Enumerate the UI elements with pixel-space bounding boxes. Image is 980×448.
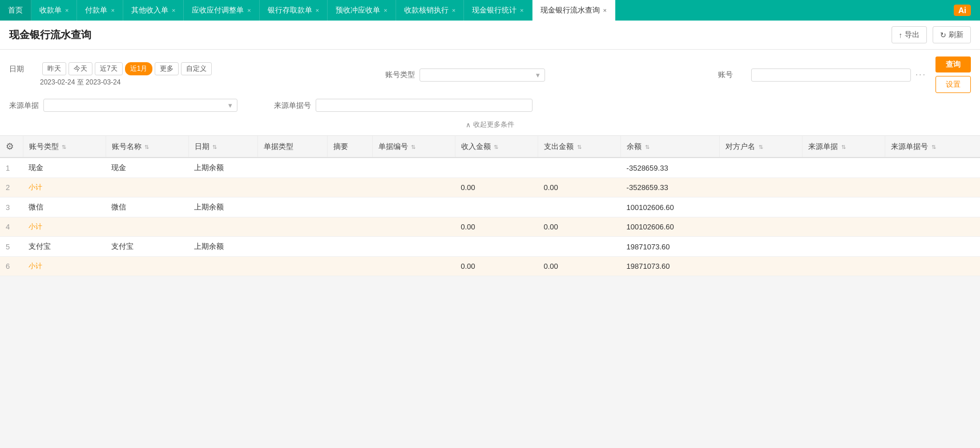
table-cell [106, 217, 188, 237]
table-cell: 3 [0, 197, 23, 217]
refresh-button[interactable]: ↻ 刷新 [933, 26, 971, 43]
col-account-name-label: 账号名称 [112, 142, 142, 151]
nav-close-yinhangcunqu[interactable]: × [316, 7, 319, 14]
table-cell: 4 [0, 217, 23, 237]
nav-close-yushouchong[interactable]: × [384, 7, 387, 14]
col-source-doc-label: 来源单据 [808, 142, 838, 151]
account-type-select[interactable]: ▾ [420, 68, 545, 82]
filter-area: 日期 昨天 今天 近7天 近1月 更多 自定义 2023-02-24 至 202… [0, 50, 980, 136]
account-input[interactable] [751, 68, 911, 82]
table-cell [885, 178, 980, 197]
table-cell: -3528659.33 [621, 178, 720, 197]
col-source-doc[interactable]: 来源单据 ⇅ [802, 136, 885, 158]
table-row[interactable]: 4小计0.000.00100102606.60 [0, 217, 980, 237]
table-body: 1现金现金上期余额-3528659.332小计0.000.00-3528659.… [0, 158, 980, 276]
col-expense[interactable]: 支出金额 ⇅ [538, 136, 620, 158]
col-balance-sort-icon: ⇅ [645, 144, 650, 150]
date-btn-custom[interactable]: 自定义 [181, 62, 212, 75]
nav-close-liushui[interactable]: × [603, 7, 607, 14]
table-cell [719, 178, 802, 197]
nav-item-yingshouyingfu[interactable]: 应收应付调整单 × [184, 0, 259, 21]
nav-item-xianjintongji[interactable]: 现金银行统计 × [464, 0, 532, 21]
settings-button[interactable]: 设置 [935, 76, 971, 93]
table-cell [802, 217, 885, 237]
col-income[interactable]: 收入金额 ⇅ [455, 136, 538, 158]
date-btn-1month[interactable]: 近1月 [125, 62, 153, 75]
table-cell [372, 197, 455, 217]
table-cell: 19871073.60 [621, 257, 720, 276]
col-account-name[interactable]: 账号名称 ⇅ [106, 136, 188, 158]
nav-item-yinhangcunqu[interactable]: 银行存取款单 × [260, 0, 328, 21]
source-doc-chevron-icon: ▾ [228, 101, 232, 110]
ai-badge-area: Ai [945, 5, 980, 16]
collapse-label: 收起更多条件 [473, 120, 514, 130]
nav-close-shoukuandan[interactable]: × [65, 7, 68, 14]
nav-close-xianjintongji[interactable]: × [520, 7, 523, 14]
table-cell: 小计 [23, 217, 106, 237]
table-cell [885, 217, 980, 237]
col-date-label: 日期 [195, 142, 209, 151]
source-doc-no-input[interactable] [316, 99, 533, 112]
col-settings[interactable]: ⚙ [0, 136, 23, 158]
table-row[interactable]: 2小计0.000.00-3528659.33 [0, 178, 980, 197]
table-row[interactable]: 3微信微信上期余额100102606.60 [0, 197, 980, 217]
source-doc-select[interactable]: ▾ [43, 99, 237, 112]
source-doc-label: 来源单据 [9, 100, 39, 111]
col-balance[interactable]: 余额 ⇅ [621, 136, 720, 158]
account-filter: 账号 ··· [718, 68, 926, 82]
table-cell [106, 178, 188, 197]
date-btn-yesterday[interactable]: 昨天 [42, 62, 66, 75]
table-cell: 上期余额 [188, 158, 257, 178]
col-doc-type[interactable]: 单据类型 [257, 136, 327, 158]
table-row[interactable]: 1现金现金上期余额-3528659.33 [0, 158, 980, 178]
ai-badge[interactable]: Ai [954, 5, 971, 16]
account-ellipsis-icon[interactable]: ··· [916, 70, 926, 80]
table-settings-icon[interactable]: ⚙ [6, 142, 14, 151]
table-cell [719, 237, 802, 257]
top-navigation: 首页 收款单 × 付款单 × 其他收入单 × 应收应付调整单 × 银行存取款单 … [0, 0, 980, 21]
export-button[interactable]: ↑ 导出 [892, 26, 927, 43]
col-account-type[interactable]: 账号类型 ⇅ [23, 136, 106, 158]
nav-close-shoukuanhexiao[interactable]: × [452, 7, 455, 14]
col-expense-label: 支出金额 [544, 142, 574, 151]
nav-item-shoukuanhexiao[interactable]: 收款核销执行 × [396, 0, 464, 21]
date-filter-top: 日期 昨天 今天 近7天 近1月 更多 自定义 [9, 62, 212, 75]
nav-label-shoukuanhexiao: 收款核销执行 [404, 5, 449, 15]
table-cell: 0.00 [455, 257, 538, 276]
col-counterparty-sort-icon: ⇅ [759, 144, 763, 150]
nav-close-qitashourudan[interactable]: × [172, 7, 175, 14]
nav-item-yushouchong[interactable]: 预收冲应收单 × [328, 0, 396, 21]
table-cell [257, 158, 327, 178]
col-summary[interactable]: 摘要 [327, 136, 372, 158]
table-cell [327, 237, 372, 257]
nav-close-yingshouyingfu[interactable]: × [247, 7, 251, 14]
table-cell [885, 257, 980, 276]
table-cell: 100102606.60 [621, 217, 720, 237]
nav-label-shoukuandan: 收款单 [39, 5, 62, 15]
table-cell [802, 237, 885, 257]
col-counterparty[interactable]: 对方户名 ⇅ [719, 136, 802, 158]
filter-actions: 查询 设置 [935, 56, 971, 93]
table-cell [719, 158, 802, 178]
col-source-doc-no[interactable]: 来源单据号 ⇅ [885, 136, 980, 158]
col-doc-no[interactable]: 单据编号 ⇅ [372, 136, 455, 158]
table-row[interactable]: 6小计0.000.0019871073.60 [0, 257, 980, 276]
col-income-label: 收入金额 [461, 142, 491, 151]
nav-item-home[interactable]: 首页 [0, 0, 31, 21]
nav-item-liushui[interactable]: 现金银行流水查询 × [533, 0, 615, 21]
date-btn-more[interactable]: 更多 [155, 62, 179, 75]
query-button[interactable]: 查询 [935, 56, 971, 72]
table-cell: 现金 [106, 158, 188, 178]
date-btn-today[interactable]: 今天 [68, 62, 92, 75]
table-cell: 上期余额 [188, 197, 257, 217]
nav-close-fukuandan[interactable]: × [111, 7, 114, 14]
nav-item-fukuandan[interactable]: 付款单 × [77, 0, 123, 21]
table-row[interactable]: 5支付宝支付宝上期余额19871073.60 [0, 237, 980, 257]
col-date[interactable]: 日期 ⇅ [188, 136, 257, 158]
collapse-more-conditions[interactable]: ∧ 收起更多条件 [9, 118, 971, 131]
table-cell [372, 158, 455, 178]
date-btn-7days[interactable]: 近7天 [95, 62, 123, 75]
table-cell: 小计 [23, 257, 106, 276]
nav-item-qitashourudan[interactable]: 其他收入单 × [123, 0, 184, 21]
nav-item-shoukuandan[interactable]: 收款单 × [31, 0, 77, 21]
